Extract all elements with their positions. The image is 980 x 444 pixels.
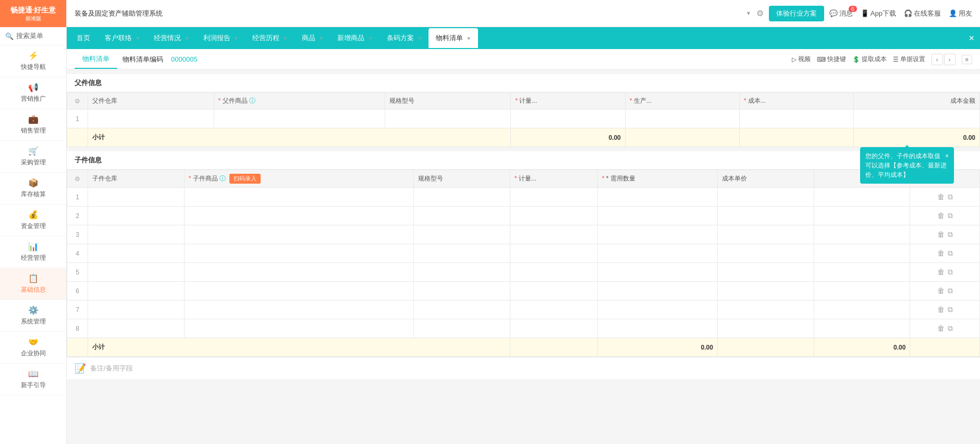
delete-icon-row-1[interactable]: 🗑	[937, 193, 945, 201]
parent-row-1-warehouse[interactable]	[88, 110, 214, 128]
child-row-7-goods[interactable]	[184, 301, 414, 319]
sidebar-item-purchase[interactable]: 🛒 采购管理	[0, 141, 66, 173]
prev-arrow[interactable]: ‹	[932, 54, 943, 65]
tab-ops-status[interactable]: 经营情况 ×	[146, 28, 195, 48]
tab-goods-close[interactable]: ×	[320, 35, 323, 41]
tab-add-goods[interactable]: 新增商品 ×	[330, 28, 379, 48]
child-row-1-cost-amount[interactable]	[814, 188, 910, 207]
child-row-1-goods[interactable]	[184, 188, 414, 207]
child-row-7-qty-needed[interactable]	[597, 301, 717, 319]
child-row-5-unit-cost[interactable]	[717, 263, 814, 282]
child-row-3-spec[interactable]	[414, 225, 510, 244]
child-row-7-warehouse[interactable]	[88, 301, 185, 319]
copy-icon-row-2[interactable]: ⧉	[948, 211, 953, 220]
child-row-3-qty-needed[interactable]	[597, 225, 717, 244]
child-row-5-spec[interactable]	[414, 263, 510, 282]
child-row-2-qty-needed[interactable]	[597, 207, 717, 225]
sidebar-item-search[interactable]: 🔍 搜索菜单	[0, 27, 66, 45]
parent-row-1-goods[interactable]	[214, 110, 385, 128]
cost-action[interactable]: 💲 提取成本	[852, 55, 887, 64]
child-row-7-cost-amount[interactable]	[814, 301, 910, 319]
close-all-tabs-btn[interactable]: ✕	[966, 31, 977, 45]
delete-icon-row-8[interactable]: 🗑	[937, 324, 945, 333]
video-action[interactable]: ▷ 视频	[792, 55, 811, 64]
tab-bom-close[interactable]: ×	[467, 35, 470, 41]
child-row-1-unit-cost[interactable]	[717, 188, 814, 207]
child-row-7-spec[interactable]	[414, 301, 510, 319]
delete-icon-row-2[interactable]: 🗑	[937, 211, 945, 220]
child-row-5-qty-needed[interactable]	[597, 263, 717, 282]
child-col-gear[interactable]: ⚙	[67, 170, 88, 188]
tab-profit-close[interactable]: ×	[235, 35, 238, 41]
copy-icon-row-7[interactable]: ⧉	[948, 305, 953, 314]
sidebar-item-basic-info[interactable]: 📋 基础信息	[0, 268, 66, 300]
child-row-8-cost-amount[interactable]	[814, 319, 910, 338]
child-row-2-spec[interactable]	[414, 207, 510, 225]
copy-icon-row-4[interactable]: ⧉	[948, 249, 953, 258]
child-row-4-spec[interactable]	[414, 244, 510, 263]
child-row-1-spec[interactable]	[414, 188, 510, 207]
child-row-8-qty-unit[interactable]	[510, 319, 597, 338]
online-service-btn[interactable]: 🎧 在线客服	[904, 9, 941, 18]
grid-view-btn[interactable]: ≡	[962, 55, 972, 64]
delete-icon-row-6[interactable]: 🗑	[937, 286, 945, 295]
child-row-2-warehouse[interactable]	[88, 207, 185, 225]
child-row-5-warehouse[interactable]	[88, 263, 185, 282]
tab-customer[interactable]: 客户联络 ×	[97, 28, 146, 48]
delete-icon-row-3[interactable]: 🗑	[937, 230, 945, 239]
child-row-7-qty-unit[interactable]	[510, 301, 597, 319]
parent-row-1-spec[interactable]	[385, 110, 511, 128]
parent-row-1-cost-amount[interactable]	[854, 110, 980, 128]
child-row-5-cost-amount[interactable]	[814, 263, 910, 282]
child-row-2-cost-amount[interactable]	[814, 207, 910, 225]
copy-icon-row-5[interactable]: ⧉	[948, 268, 953, 277]
child-row-2-qty-unit[interactable]	[510, 207, 597, 225]
child-row-7-unit-cost[interactable]	[717, 301, 814, 319]
delete-icon-row-7[interactable]: 🗑	[937, 305, 945, 314]
child-row-4-goods[interactable]	[184, 244, 414, 263]
child-row-3-cost-amount[interactable]	[814, 225, 910, 244]
copy-icon-row-6[interactable]: ⧉	[948, 286, 953, 295]
child-row-5-goods[interactable]	[184, 263, 414, 282]
child-row-4-cost-amount[interactable]	[814, 244, 910, 263]
tab-ops-history-close[interactable]: ×	[284, 35, 287, 41]
child-row-8-goods[interactable]	[184, 319, 414, 338]
tab-add-goods-close[interactable]: ×	[369, 35, 372, 41]
child-row-1-qty-needed[interactable]	[597, 188, 717, 207]
child-row-8-qty-needed[interactable]	[597, 319, 717, 338]
child-row-6-cost-amount[interactable]	[814, 282, 910, 301]
copy-icon-row-1[interactable]: ⧉	[948, 193, 953, 201]
tab-barcode[interactable]: 条码方案 ×	[379, 28, 428, 48]
sidebar-item-finance[interactable]: 💰 资金管理	[0, 205, 66, 236]
copy-icon-row-8[interactable]: ⧉	[948, 324, 953, 333]
tab-ops-history[interactable]: 经营历程 ×	[245, 28, 294, 48]
tab-goods[interactable]: 商品 ×	[295, 28, 330, 48]
copy-icon-row-3[interactable]: ⧉	[948, 230, 953, 239]
parent-row-1-cost[interactable]	[740, 110, 854, 128]
child-row-6-unit-cost[interactable]	[717, 282, 814, 301]
message-btn[interactable]: 💬 消息 6	[829, 9, 853, 18]
tooltip-close-btn[interactable]: ×	[945, 151, 949, 161]
child-row-1-warehouse[interactable]	[88, 188, 185, 207]
sub-tab-bom[interactable]: 物料清单	[75, 50, 117, 69]
sidebar-item-system[interactable]: ⚙️ 系统管理	[0, 300, 66, 332]
child-row-4-unit-cost[interactable]	[717, 244, 814, 263]
sidebar-item-marketing[interactable]: 📢 营销推广	[0, 77, 66, 109]
child-row-6-spec[interactable]	[414, 282, 510, 301]
tab-barcode-close[interactable]: ×	[418, 35, 421, 41]
parent-row-1-production[interactable]	[625, 110, 739, 128]
tab-profit[interactable]: 利润报告 ×	[196, 28, 245, 48]
child-row-3-warehouse[interactable]	[88, 225, 185, 244]
child-row-2-unit-cost[interactable]	[717, 207, 814, 225]
parent-row-1-qty[interactable]	[511, 110, 625, 128]
child-row-3-unit-cost[interactable]	[717, 225, 814, 244]
child-row-3-qty-unit[interactable]	[510, 225, 597, 244]
child-row-2-goods[interactable]	[184, 207, 414, 225]
shortcut-action[interactable]: ⌨ 快捷键	[817, 55, 846, 64]
child-row-4-qty-needed[interactable]	[597, 244, 717, 263]
sidebar-item-quick-nav[interactable]: ⚡ 快捷导航	[0, 45, 66, 77]
tab-home[interactable]: 首页	[69, 28, 97, 48]
sidebar-item-guide[interactable]: 📖 新手引导	[0, 364, 66, 395]
child-row-6-warehouse[interactable]	[88, 282, 185, 301]
child-row-3-goods[interactable]	[184, 225, 414, 244]
